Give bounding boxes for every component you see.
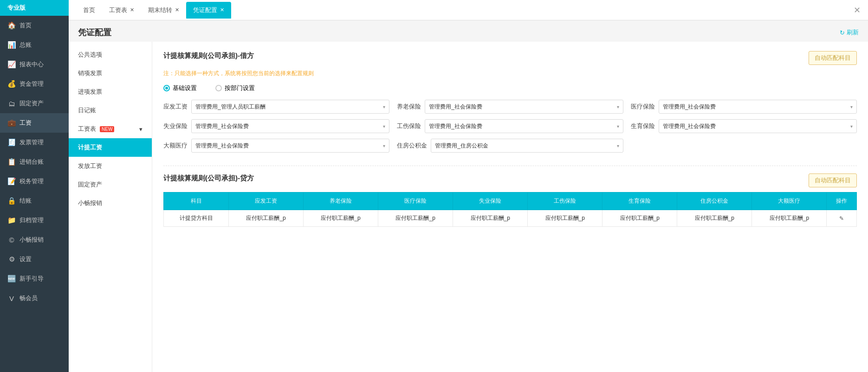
select-yi-liao-value: 管理费用_社会保险费 xyxy=(663,103,716,111)
section-divider xyxy=(163,166,857,166)
left-nav-purchase-invoice[interactable]: 进项发票 xyxy=(69,83,152,101)
sidebar-item-asset[interactable]: 🗂 固定资产 xyxy=(0,94,69,113)
sidebar-label-stockbook: 进销台账 xyxy=(19,158,44,166)
label-da-e: 大额医疗 xyxy=(163,141,188,150)
sidebar-item-vip[interactable]: V 畅会员 xyxy=(0,289,69,308)
refresh-button[interactable]: ↻ 刷新 xyxy=(840,28,859,37)
credit-auto-match-button[interactable]: 自动匹配科目 xyxy=(809,173,857,187)
left-nav-accrual-salary[interactable]: 计提工资 xyxy=(69,138,152,157)
main-area: 首页 工资表 ✕ 期末结转 ✕ 凭证配置 ✕ ✕ 凭证配置 ↻ 刷新 xyxy=(69,0,868,372)
label-ying-fa: 应发工资 xyxy=(163,103,188,111)
radio-basic-circle xyxy=(163,85,170,91)
sidebar-label-guide: 新手引导 xyxy=(19,275,44,283)
sidebar-item-close[interactable]: 🔒 结账 xyxy=(0,191,69,211)
sidebar-item-home[interactable]: 🏠 首页 xyxy=(0,16,69,35)
left-nav-pay-label: 发放工资 xyxy=(78,162,102,170)
field-ying-fa: 应发工资 管理费用_管理人员职工薪酬 ▾ xyxy=(163,100,389,114)
edit-row-icon[interactable]: ✎ xyxy=(839,215,844,222)
field-yang-lao: 养老保险 管理费用_社会保险费 ▾ xyxy=(397,100,623,114)
right-content: 计提核算规则(公司承担)-借方 自动匹配科目 注：只能选择一种方式，系统将按照您… xyxy=(152,42,868,372)
left-nav-assets-label: 固定资产 xyxy=(78,180,102,189)
sidebar-item-report[interactable]: 📈 报表中心 xyxy=(0,55,69,74)
sidebar-item-settings[interactable]: ⚙ 设置 xyxy=(0,250,69,269)
sidebar-item-ledger[interactable]: 📊 总账 xyxy=(0,35,69,55)
th-zhu-fang: 住房公积金 xyxy=(677,192,752,210)
label-zhu-fang: 住房公积金 xyxy=(397,141,427,150)
radio-department-label: 按部门设置 xyxy=(225,84,255,92)
left-nav-purchase-label: 进项发票 xyxy=(78,88,102,96)
tab-salary-table[interactable]: 工资表 ✕ xyxy=(102,2,141,19)
field-gong-shang: 工伤保险 管理费用_社会保险费 ▾ xyxy=(397,119,623,133)
select-sheng-yu[interactable]: 管理费用_社会保险费 ▾ xyxy=(659,119,857,133)
debit-auto-match-button[interactable]: 自动匹配科目 xyxy=(809,51,857,65)
select-shi-ye-chevron: ▾ xyxy=(383,124,385,129)
credit-table-header: 科目 应发工资 养老保险 医疗保险 失业保险 工伤保险 生育保险 住房公积金 大… xyxy=(164,192,857,210)
vip-icon: V xyxy=(7,295,16,302)
sidebar-item-invoice[interactable]: 🧾 发票管理 xyxy=(0,133,69,152)
refresh-label: 刷新 xyxy=(847,28,859,37)
select-shi-ye-value: 管理费用_社会保险费 xyxy=(195,122,249,130)
select-ying-fa[interactable]: 管理费用_管理人员职工薪酬 ▾ xyxy=(191,100,389,114)
sidebar-item-guide[interactable]: 🆕 新手引导 xyxy=(0,269,69,289)
debit-fields-row2: 失业保险 管理费用_社会保险费 ▾ 工伤保险 管理费用_社会保险费 ▾ xyxy=(163,119,857,133)
select-da-e-value: 管理费用_社会保险费 xyxy=(195,142,249,150)
debit-section-header: 计提核算规则(公司承担)-借方 自动匹配科目 xyxy=(163,51,857,65)
left-nav-journal-label: 日记账 xyxy=(78,106,96,115)
sidebar-item-tax[interactable]: 📝 税务管理 xyxy=(0,172,69,191)
select-shi-ye[interactable]: 管理费用_社会保险费 ▾ xyxy=(191,119,389,133)
select-gong-shang[interactable]: 管理费用_社会保险费 ▾ xyxy=(425,119,623,133)
field-da-e: 大额医疗 管理费用_社会保险费 ▾ xyxy=(163,139,389,153)
settings-icon: ⚙ xyxy=(7,255,16,263)
radio-basic[interactable]: 基础设置 xyxy=(163,84,197,92)
tab-salary-close[interactable]: ✕ xyxy=(130,7,134,13)
tab-home-label: 首页 xyxy=(83,6,95,14)
th-subject: 科目 xyxy=(164,192,229,210)
tab-voucher-close[interactable]: ✕ xyxy=(220,7,224,13)
archive-icon: 📁 xyxy=(7,216,16,224)
sidebar-label-tax: 税务管理 xyxy=(19,177,44,186)
select-yi-liao[interactable]: 管理费用_社会保险费 ▾ xyxy=(659,100,857,114)
select-zhu-fang[interactable]: 管理费用_住房公积金 ▾ xyxy=(431,139,623,153)
left-nav-salary-table[interactable]: 工资表 NEW ▾ xyxy=(69,120,152,138)
credit-section-title: 计提核算规则(公司承担)-贷方 xyxy=(163,174,254,183)
select-gong-shang-value: 管理费用_社会保险费 xyxy=(429,122,482,130)
sidebar-item-salary[interactable]: 💼 工资 xyxy=(0,113,69,133)
sidebar-item-xiaochang[interactable]: © 小畅报销 xyxy=(0,230,69,250)
table-row: 计提贷方科目 应付职工薪酬_p 应付职工薪酬_p 应付职工薪酬_p 应付职工薪酬… xyxy=(164,210,857,227)
tab-bar: 首页 工资表 ✕ 期末结转 ✕ 凭证配置 ✕ ✕ xyxy=(69,0,868,20)
tab-voucher-config[interactable]: 凭证配置 ✕ xyxy=(186,2,231,19)
td-action[interactable]: ✎ xyxy=(827,210,857,227)
left-nav-sales-label: 销项发票 xyxy=(78,69,102,77)
select-yang-lao[interactable]: 管理费用_社会保险费 ▾ xyxy=(425,100,623,114)
debit-section: 计提核算规则(公司承担)-借方 自动匹配科目 注：只能选择一种方式，系统将按照您… xyxy=(163,51,857,153)
left-nav-sales-invoice[interactable]: 销项发票 xyxy=(69,64,152,83)
credit-table: 科目 应发工资 养老保险 医疗保险 失业保险 工伤保险 生育保险 住房公积金 大… xyxy=(163,192,857,227)
debit-fields-row1: 应发工资 管理费用_管理人员职工薪酬 ▾ 养老保险 管理费用_社会保险费 ▾ xyxy=(163,100,857,114)
tab-period-close-btn[interactable]: ✕ xyxy=(175,7,179,13)
left-nav-salary-table-label: 工资表 xyxy=(78,125,96,133)
select-zhu-fang-chevron: ▾ xyxy=(617,143,619,148)
sidebar-item-stockbook[interactable]: 📋 进销台账 xyxy=(0,152,69,172)
radio-department-circle xyxy=(215,85,222,91)
window-close-btn[interactable]: ✕ xyxy=(854,5,861,15)
sidebar-label-close: 结账 xyxy=(19,197,32,205)
tab-home[interactable]: 首页 xyxy=(76,2,102,19)
radio-department[interactable]: 按部门设置 xyxy=(215,84,255,92)
close-account-icon: 🔒 xyxy=(7,197,16,205)
th-action: 操作 xyxy=(827,192,857,210)
select-yang-lao-chevron: ▾ xyxy=(617,104,619,109)
th-yi-liao: 医疗保险 xyxy=(378,192,453,210)
left-nav-pay-salary[interactable]: 发放工资 xyxy=(69,157,152,175)
sidebar-item-archive[interactable]: 📁 归档管理 xyxy=(0,211,69,230)
select-da-e[interactable]: 管理费用_社会保险费 ▾ xyxy=(191,139,389,153)
left-nav-fixed-assets[interactable]: 固定资产 xyxy=(69,175,152,194)
sidebar-item-fund[interactable]: 💰 资金管理 xyxy=(0,74,69,94)
tab-bar-wrapper: 首页 工资表 ✕ 期末结转 ✕ 凭证配置 ✕ ✕ xyxy=(76,2,861,19)
left-nav-journal[interactable]: 日记账 xyxy=(69,101,152,120)
select-yi-liao-chevron: ▾ xyxy=(850,104,853,109)
sidebar-label-report: 报表中心 xyxy=(19,60,44,69)
left-nav-public[interactable]: 公共选项 xyxy=(69,45,152,64)
left-nav-xiaochang-expense[interactable]: 小畅报销 xyxy=(69,194,152,212)
td-zhu-fang: 应付职工薪酬_p xyxy=(677,210,752,227)
tab-period-close[interactable]: 期末结转 ✕ xyxy=(141,2,186,19)
